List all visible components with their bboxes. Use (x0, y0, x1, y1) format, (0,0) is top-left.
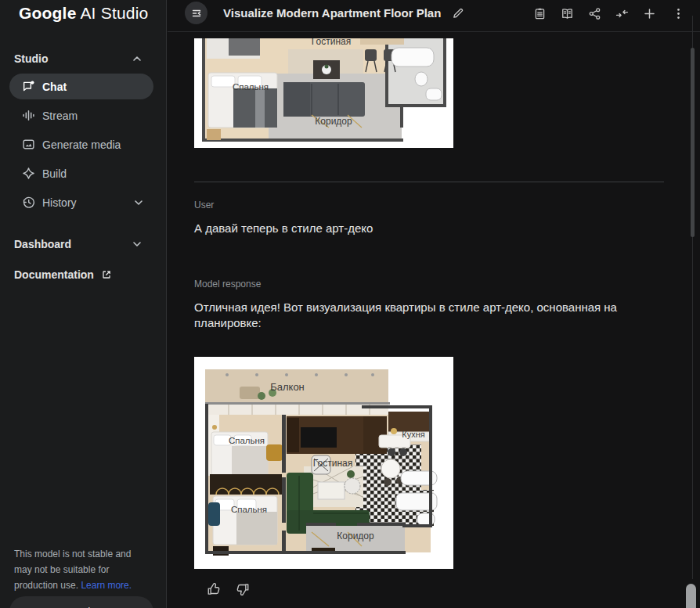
room-label-bedroom-bottom: Спальня (231, 505, 267, 514)
sidebar-item-stream[interactable]: Stream (9, 103, 153, 128)
new-chat-button[interactable] (640, 5, 658, 22)
model-stability-disclaimer: This model is not stable and may not be … (14, 546, 149, 593)
room-label-corridor: Коридор (315, 116, 352, 127)
thumbs-up-button[interactable] (206, 581, 222, 597)
chevron-up-icon (132, 53, 143, 64)
main-area: Visualize Modern Apartment Floor Plan (168, 0, 700, 608)
sidebar-item-build[interactable]: Build (9, 160, 153, 186)
sidebar-item-label: History (42, 196, 77, 209)
thumbs-up-icon (207, 582, 221, 596)
room-label-bedroom: Спальня (233, 82, 269, 92)
room-label-living: Гостиная (313, 458, 352, 469)
sidebar-item-chat[interactable]: Chat (9, 74, 153, 99)
thumbs-down-icon (236, 582, 250, 596)
floor-plan-image-modern[interactable]: Гостиная Спальня Коридор (194, 38, 453, 148)
sidebar-item-documentation[interactable]: Documentation (14, 267, 153, 282)
sidebar-item-label: Generate media (42, 139, 121, 151)
thumbs-down-button[interactable] (235, 581, 251, 597)
logo-suffix-text: AI Studio (77, 4, 149, 22)
user-message: А давай теперь в стиле арт-деко (194, 221, 633, 236)
user-role-label: User (194, 200, 214, 210)
dashboard-section-label: Dashboard (14, 238, 71, 250)
edit-pencil-icon (452, 7, 464, 20)
chat-header: Visualize Modern Apartment Floor Plan (168, 0, 700, 32)
logo-google-text: Google (19, 4, 77, 22)
merge-arrows-icon (615, 7, 629, 20)
room-label-corridor: Коридор (337, 531, 374, 541)
edit-title-button[interactable] (450, 5, 466, 21)
spark-icon (22, 167, 35, 180)
compare-button[interactable] (558, 5, 576, 22)
documentation-label: Documentation (14, 268, 94, 281)
more-vert-icon (672, 7, 685, 20)
studio-section-label: Studio (14, 52, 49, 65)
media-image-icon (22, 138, 35, 151)
share-button[interactable] (586, 5, 603, 22)
sidebar-item-label: Build (42, 167, 67, 180)
chat-title: Visualize Modern Apartment Floor Plan (223, 6, 441, 20)
window-scrollbar-thumb[interactable] (686, 584, 696, 608)
sidebar-item-label: Stream (42, 110, 78, 122)
compare-book-icon (561, 7, 574, 20)
sidebar-section-dashboard[interactable]: Dashboard (14, 236, 153, 252)
floor-plan-image-artdeco[interactable]: Балкон Спальня Кухня Гостиная Спальня Ко… (194, 357, 453, 569)
sidebar-item-history[interactable]: History (9, 189, 153, 215)
model-message: Отличная идея! Вот визуализация квартиры… (194, 300, 621, 331)
room-label-kitchen: Кухня (402, 430, 424, 439)
sidebar-item-label: Chat (42, 81, 67, 93)
get-api-key-button[interactable]: Get API key (9, 596, 153, 608)
collapse-sidebar-button[interactable] (185, 2, 207, 24)
system-instructions-icon (533, 7, 547, 20)
room-label-balcony: Балкон (270, 381, 305, 393)
collapse-panels-button[interactable] (613, 5, 630, 22)
collapse-sidebar-icon (190, 7, 203, 20)
room-label-bedroom-top: Спальня (229, 436, 265, 445)
app-window: Google AI Studio Studio Chat Stream Gene… (0, 0, 700, 608)
share-icon (588, 7, 601, 20)
google-ai-studio-logo[interactable]: Google AI Studio (19, 4, 148, 23)
chevron-down-icon (133, 197, 144, 208)
room-label-living: Гостиная (312, 38, 351, 47)
external-link-icon (101, 269, 112, 280)
history-clock-icon (22, 196, 35, 209)
system-instructions-button[interactable] (531, 5, 548, 22)
more-options-button[interactable] (669, 5, 687, 22)
sidebar-item-generate-media[interactable]: Generate media (9, 131, 153, 157)
waveform-icon (22, 109, 35, 122)
learn-more-link[interactable]: Learn more. (81, 580, 132, 591)
add-icon (643, 7, 656, 20)
model-role-label: Model response (194, 279, 261, 290)
chevron-down-icon (132, 239, 143, 250)
chat-scrollbar-thumb[interactable] (691, 48, 695, 237)
chat-bubble-icon (22, 80, 35, 93)
turn-divider (194, 182, 664, 182)
sidebar: Google AI Studio Studio Chat Stream Gene… (0, 0, 167, 608)
sidebar-section-studio[interactable]: Studio (14, 51, 153, 67)
